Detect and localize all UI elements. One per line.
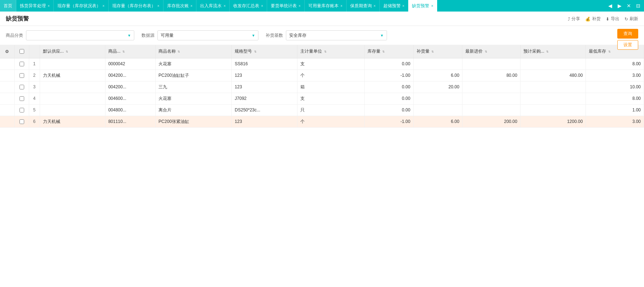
col-goods-code[interactable]: 商品... ⇅ [105, 45, 155, 58]
row-check-cell[interactable] [14, 116, 29, 127]
row-min-stock-cell: 8.00 [586, 93, 644, 104]
nav-close-all-button[interactable]: ⊟ [634, 1, 643, 10]
col-unit[interactable]: 主计量单位 ⇅ [297, 45, 365, 58]
row-checkbox[interactable] [19, 119, 24, 124]
spec-sort-icon: ⇅ [254, 50, 257, 53]
replenish-button[interactable]: 💰 补货 [585, 16, 601, 22]
gear-icon[interactable]: ⚙ [5, 49, 9, 54]
row-check-cell[interactable] [14, 58, 29, 70]
row-replenish-cell [413, 93, 462, 104]
close-tab-shortage[interactable]: × [431, 4, 433, 8]
table-body: 1 0000042 火花塞 SS816 支 0.00 8.00 2 力天机械 0… [0, 58, 644, 127]
table-container[interactable]: ⚙ 默认供应... ⇅ 商品... ⇅ [0, 45, 644, 276]
row-checkbox[interactable] [19, 85, 24, 89]
close-tab-available-ledger[interactable]: × [340, 4, 343, 8]
row-stock-cell: 0.00 [364, 81, 413, 93]
col-latest-price[interactable]: 最新进价 ⇅ [462, 45, 521, 58]
row-check-cell[interactable] [14, 93, 29, 104]
col-supplier[interactable]: 默认供应... ⇅ [40, 45, 105, 58]
replenish-sort-icon: ⇅ [431, 50, 434, 53]
share-button[interactable]: ⤴ 分享 [568, 16, 580, 22]
page-title: 缺货预警 [6, 15, 29, 23]
row-checkbox[interactable] [19, 62, 24, 66]
col-check[interactable] [14, 45, 29, 58]
close-tab-expiry[interactable]: × [374, 4, 376, 8]
query-button[interactable]: 查询 [617, 29, 638, 39]
main-content: 缺货预警 ⤴ 分享 💰 补货 ⬇ 导出 ↻ 刷新 商品分类 [0, 12, 644, 287]
datasource-select[interactable]: 可用量 ▼ [157, 30, 258, 40]
row-spec-cell: 123 [232, 81, 297, 93]
row-gear-cell [0, 104, 14, 116]
row-supplier-cell: 力天机械 [40, 70, 105, 81]
filter-bar: 商品分类 ▼ 数据源 可用量 ▼ 补货基数 安全库存 ▼ 查询 设置 [0, 26, 644, 45]
col-goods-name[interactable]: 商品名称 ⇅ [156, 45, 232, 58]
tab-exception[interactable]: 拣货异常处理 × [16, 0, 54, 12]
close-tab-stock-dist[interactable]: × [157, 4, 160, 8]
row-stock-cell: 0.00 [364, 93, 413, 104]
tab-stock-status[interactable]: 现存量（库存状况表） × [54, 0, 109, 12]
row-unit-cell: 支 [297, 93, 365, 104]
close-tab-overstock[interactable]: × [402, 4, 405, 8]
col-min-stock[interactable]: 最低库存 ⇅ [586, 45, 644, 58]
refresh-icon: ↻ [625, 17, 628, 22]
nav-next-button[interactable]: ▶ [615, 1, 624, 10]
row-checkbox[interactable] [19, 96, 24, 101]
row-latest-price-cell: 200.00 [462, 116, 521, 127]
row-check-cell[interactable] [14, 81, 29, 93]
tab-available-ledger[interactable]: 可用量库存账本 × [305, 0, 347, 12]
row-spec-cell: 123 [232, 116, 297, 127]
table-row: 5 004800... 离合片 DS250*23c... 只 0.00 1.00 [0, 104, 644, 116]
row-goods-code-cell: 0000042 [105, 58, 155, 70]
tab-overstock[interactable]: 超储预警 × [380, 0, 409, 12]
table-row: 4 004600... 火花塞 J7092 支 0.00 8.00 [0, 93, 644, 104]
col-est-purchase[interactable]: 预计采购... ⇅ [520, 45, 586, 58]
category-select[interactable]: ▼ [26, 30, 134, 40]
tab-batch[interactable]: 库存批次账 × [164, 0, 197, 12]
close-tab-demand-stat[interactable]: × [299, 4, 301, 8]
tab-demand-stat[interactable]: 要货单统计表 × [267, 0, 305, 12]
close-tab-exception[interactable]: × [48, 4, 50, 8]
row-supplier-cell [40, 81, 105, 93]
refresh-button[interactable]: ↻ 刷新 [625, 16, 638, 22]
stock-sort-icon: ⇅ [382, 50, 385, 53]
close-tab-stock-status[interactable]: × [103, 4, 105, 8]
close-tab-inout-flow[interactable]: × [223, 4, 226, 8]
row-goods-code-cell: 801110... [105, 116, 155, 127]
row-spec-cell: SS816 [232, 58, 297, 70]
row-check-cell[interactable] [14, 104, 29, 116]
nav-close-current-button[interactable]: ✕ [625, 1, 633, 10]
col-replenish[interactable]: 补货量 ⇅ [413, 45, 462, 58]
col-spec[interactable]: 规格型号 ⇅ [232, 45, 297, 58]
row-gear-cell [0, 116, 14, 127]
category-filter-group: 商品分类 ▼ [6, 30, 134, 40]
tab-shortage[interactable]: 缺货预警 × [408, 0, 437, 12]
row-checkbox[interactable] [19, 73, 24, 78]
nav-prev-button[interactable]: ◀ [606, 1, 614, 10]
page-header: 缺货预警 ⤴ 分享 💰 补货 ⬇ 导出 ↻ 刷新 [0, 12, 644, 26]
datasource-value: 可用量 [161, 32, 174, 39]
row-goods-name-cell: PC200张紧油缸 [156, 116, 232, 127]
row-est-purchase-cell [520, 93, 586, 104]
col-gear[interactable]: ⚙ [0, 45, 14, 58]
tab-receipt-summary[interactable]: 收发存汇总表 × [230, 0, 267, 12]
close-tab-batch[interactable]: × [191, 4, 193, 8]
tab-home[interactable]: 首页 [0, 0, 16, 12]
latest-price-sort-icon: ⇅ [485, 50, 487, 53]
row-checkbox[interactable] [19, 108, 24, 112]
row-goods-name-cell: 火花塞 [156, 58, 232, 70]
shortage-table: ⚙ 默认供应... ⇅ 商品... ⇅ [0, 45, 644, 128]
row-latest-price-cell: 80.00 [462, 70, 521, 81]
replenish-basis-select[interactable]: 安全库存 ▼ [286, 30, 387, 40]
export-button[interactable]: ⬇ 导出 [606, 16, 619, 22]
close-tab-receipt-summary[interactable]: × [261, 4, 263, 8]
tab-stock-dist[interactable]: 现存量（库存分布表） × [109, 0, 164, 12]
tab-inout-flow[interactable]: 出入库流水 × [196, 0, 230, 12]
col-stock[interactable]: 库存量 ⇅ [364, 45, 413, 58]
share-icon: ⤴ [568, 17, 570, 22]
row-latest-price-cell [462, 81, 521, 93]
est-purchase-sort-icon: ⇅ [546, 50, 549, 53]
row-replenish-cell [413, 58, 462, 70]
tab-expiry[interactable]: 保质期查询 × [347, 0, 380, 12]
select-all-checkbox[interactable] [19, 49, 24, 54]
row-check-cell[interactable] [14, 70, 29, 81]
